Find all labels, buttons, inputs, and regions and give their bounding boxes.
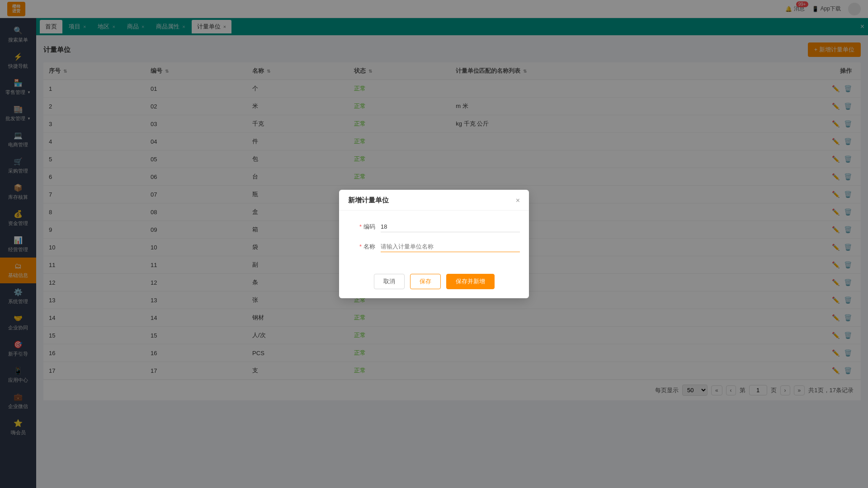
modal-overlay[interactable]: 新增计量单位 × 编码 名称 取消 保存 保存并新增 <box>0 0 868 488</box>
form-row-code: 编码 <box>348 221 520 232</box>
name-input[interactable] <box>381 241 520 252</box>
modal-header: 新增计量单位 × <box>339 190 529 211</box>
form-row-name: 名称 <box>348 241 520 252</box>
code-input[interactable] <box>381 221 520 232</box>
name-label: 名称 <box>348 243 375 251</box>
modal-close-button[interactable]: × <box>516 197 520 205</box>
modal-title: 新增计量单位 <box>348 196 389 205</box>
modal-body: 编码 名称 <box>339 211 529 268</box>
modal-footer: 取消 保存 保存并新增 <box>339 268 529 298</box>
cancel-button[interactable]: 取消 <box>374 274 405 289</box>
code-label: 编码 <box>348 223 375 231</box>
add-unit-modal: 新增计量单位 × 编码 名称 取消 保存 保存并新增 <box>339 190 529 298</box>
save-and-new-button[interactable]: 保存并新增 <box>446 274 495 289</box>
save-button[interactable]: 保存 <box>410 274 441 289</box>
